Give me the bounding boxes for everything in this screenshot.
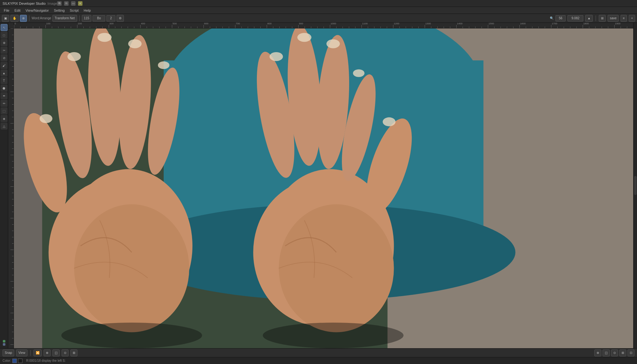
options-bar: ▣ ✋ ⊕ Word:Arrange Transform Net 115 ⚙ 🔍…	[0, 14, 637, 23]
right-panel	[633, 23, 637, 348]
menu-setting[interactable]: Setting	[51, 8, 67, 13]
info-section: R:0001/18 display the left S:	[26, 359, 66, 362]
zoom-input[interactable]	[555, 15, 566, 21]
maximize-button[interactable]: ⧉	[64, 1, 69, 6]
app-title: SILKYPIX Developer Studio	[3, 2, 46, 5]
color-label: Color:	[3, 359, 11, 362]
app-subtitle: Image	[47, 2, 57, 5]
crop-btn[interactable]: ✂	[1, 47, 8, 54]
value-input[interactable]	[567, 15, 583, 21]
menu-edit[interactable]: Edit	[12, 8, 23, 13]
svg-point-33	[263, 323, 403, 348]
text-btn[interactable]: T	[1, 77, 8, 84]
title-bar: SILKYPIX Developer Studio Image ⧉ ⧉ — ✕	[0, 0, 637, 7]
menu-file[interactable]: File	[1, 8, 12, 13]
vertical-ruler	[8, 28, 14, 348]
svg-point-31	[383, 117, 395, 126]
minimize-button[interactable]: ⧉	[57, 1, 62, 6]
pen-btn[interactable]: ✒	[1, 92, 8, 99]
transform-btn[interactable]: Transform Net	[52, 15, 77, 22]
svg-point-14	[39, 114, 52, 123]
word-arrange-label: Word:Arrange	[32, 16, 51, 20]
menu-help[interactable]: Help	[81, 8, 94, 13]
shuffle-btn[interactable]: 🔀	[33, 349, 42, 356]
right-target-btn[interactable]: ⊙	[611, 349, 618, 356]
window-controls: ⧉ ⧉ — ✕	[57, 1, 82, 6]
horizontal-ruler: // Will be rendered via JS below 0100200…	[14, 23, 633, 28]
brush-btn[interactable]: 🖌	[1, 62, 8, 69]
main-area: ↖ □ ⊕ ✂ ⊘ 🖌 ▲ T ⬟ ✒ ✏ ⬚ ◈ △ // Will be r…	[0, 23, 637, 348]
gradient-btn[interactable]: ▲	[1, 70, 8, 76]
pencil-btn[interactable]: ✏	[1, 100, 8, 107]
dodge-btn[interactable]: ◈	[1, 115, 8, 122]
hand-tool-btn[interactable]: ✋	[10, 15, 19, 22]
settings-btn[interactable]: ⚙	[117, 15, 124, 22]
secondary-toolbar: Snap View 🔀 ⊕ ◫ ⊙ ⊞ ⊕ ◫ ⊙ ⊞ ⊡	[0, 348, 637, 357]
panel-view-btn[interactable]: ◫	[52, 349, 60, 356]
status-bar: Color: R:0001/18 display the left S:	[0, 357, 637, 364]
view-btn[interactable]: View	[16, 349, 27, 356]
scrollbar-thumb[interactable]	[634, 176, 637, 195]
svg-point-27	[270, 52, 283, 61]
rect-select-btn[interactable]: □	[1, 32, 8, 39]
heal-btn[interactable]: ⊘	[1, 54, 8, 61]
svg-point-28	[297, 33, 312, 42]
right-zoom-btn[interactable]: ⊕	[594, 349, 601, 356]
sep-4	[30, 350, 31, 356]
canvas-image	[14, 28, 633, 348]
panel-btn-3[interactable]: +	[629, 15, 635, 22]
grid-btn[interactable]: ⊞	[70, 349, 77, 356]
separator-3	[596, 15, 596, 21]
indicator-blue	[3, 343, 5, 346]
left-toolbox: ↖ □ ⊕ ✂ ⊘ 🖌 ▲ T ⬟ ✒ ✏ ⬚ ◈ △	[0, 23, 8, 348]
info-text: R:0001/18 display the left S:	[26, 359, 66, 362]
close-button[interactable]: ✕	[78, 1, 82, 6]
right-panel-btn[interactable]: ◫	[603, 349, 610, 356]
cursor-tool-btn[interactable]: ↖	[1, 24, 8, 31]
shape-btn[interactable]: ⬟	[1, 85, 8, 92]
indicator-green	[3, 340, 5, 343]
color-swatch-bg[interactable]	[18, 359, 22, 363]
svg-point-29	[326, 39, 340, 48]
mask-btn[interactable]: 115	[82, 15, 92, 22]
zoom-icon: 🔍	[550, 16, 554, 20]
panel-btn-2[interactable]: ≡	[621, 15, 627, 22]
select-tool-btn[interactable]: ▣	[2, 15, 9, 22]
svg-point-15	[67, 52, 81, 61]
bold-input[interactable]	[93, 15, 105, 21]
svg-point-16	[98, 33, 112, 42]
right-rect-btn[interactable]: ⊡	[628, 349, 634, 356]
zoom-plus-btn[interactable]: ⊕	[44, 349, 51, 356]
restore-button[interactable]: —	[71, 1, 76, 6]
panel-btn-1[interactable]: ⊞	[599, 15, 606, 22]
menu-script[interactable]: Script	[67, 8, 81, 13]
svg-point-18	[158, 61, 169, 69]
ruler-corner	[8, 23, 14, 28]
color-section: Color:	[3, 359, 22, 363]
canvas-area[interactable]: // Will be rendered via JS below 0100200…	[8, 23, 633, 348]
expand-btn[interactable]: ▲	[585, 15, 593, 22]
menu-view[interactable]: View/Navigator	[23, 8, 52, 13]
svg-point-17	[128, 39, 142, 48]
clone-btn[interactable]: ⬚	[1, 107, 8, 114]
svg-point-32	[61, 323, 202, 348]
zoom-tool-btn[interactable]: ⊕	[20, 15, 27, 22]
target-btn[interactable]: ⊙	[62, 349, 69, 356]
color-swatch-fg[interactable]	[12, 359, 17, 363]
separator-1	[29, 15, 29, 21]
canvas-image-container[interactable]	[14, 28, 633, 348]
menu-bar: File Edit View/Navigator Setting Script …	[0, 7, 637, 14]
right-grid-btn[interactable]: ⊞	[619, 349, 626, 356]
separator-2	[79, 15, 80, 21]
save-btn[interactable]: save	[608, 15, 619, 22]
svg-point-30	[353, 70, 364, 77]
hands-svg	[14, 28, 633, 348]
zoom-btn[interactable]: ⊕	[1, 39, 8, 46]
number-input[interactable]	[106, 15, 115, 21]
smudge-btn[interactable]: △	[1, 123, 8, 130]
snap-btn[interactable]: Snap	[3, 349, 14, 356]
